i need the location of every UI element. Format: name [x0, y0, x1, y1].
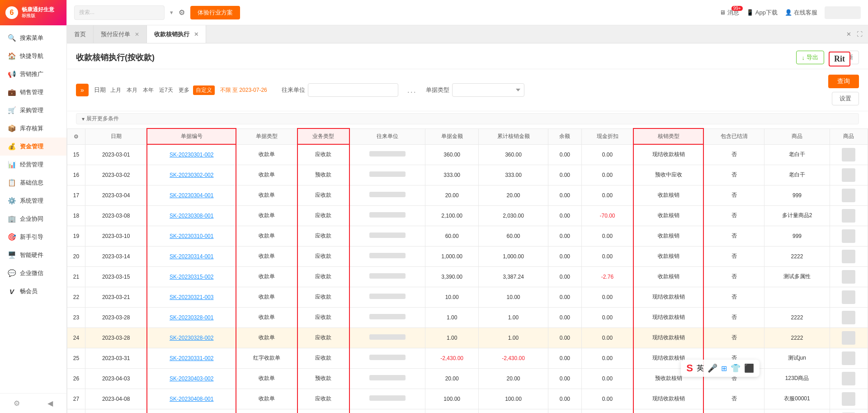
- td-amount: 3,390.00: [425, 266, 478, 287]
- td-cum-cancel: 60.00: [479, 226, 548, 246]
- th-settings[interactable]: ⚙: [67, 128, 85, 144]
- td-cash-discount: 0.00: [581, 246, 633, 266]
- page-title: 收款核销执行(按收款): [76, 52, 155, 63]
- sidebar-item-inventory[interactable]: 📦 库存核算: [0, 119, 66, 138]
- prepay-tab-close-icon[interactable]: ✕: [135, 31, 139, 38]
- more-date-btn[interactable]: 更多: [177, 85, 191, 95]
- sidebar-item-finance[interactable]: 💰 资金管理: [0, 138, 66, 156]
- bill-no-link[interactable]: SK-20230314-001: [170, 253, 213, 260]
- user-avatar-area[interactable]: [825, 6, 861, 19]
- wechat-icon: 💬: [7, 269, 16, 278]
- td-include-settled: 否: [703, 185, 764, 205]
- sidebar-item-guide[interactable]: 🎯 新手引导: [0, 228, 66, 246]
- sidebar-item-operation[interactable]: 📊 经营管理: [0, 156, 66, 174]
- td-biz-type: 应收款: [297, 246, 349, 266]
- tab-prepay[interactable]: 预付应付单 ✕: [94, 25, 147, 43]
- page-header: 收款核销执行(按收款) ↓ 导出 ↻ 刷新: [67, 43, 868, 69]
- bill-no-link[interactable]: SK-20230403-002: [170, 375, 213, 382]
- collect-tab-close-icon[interactable]: ✕: [194, 31, 198, 38]
- this-month-btn[interactable]: 本月: [125, 85, 139, 95]
- th-bill-type[interactable]: 单据类型: [236, 128, 297, 144]
- th-bill-no[interactable]: 单据编号: [147, 128, 236, 144]
- td-include-settled: 否: [703, 307, 764, 328]
- th-cum-cancel[interactable]: 累计核销金额: [479, 128, 548, 144]
- bill-no-link[interactable]: SK-20230315-002: [170, 274, 213, 280]
- th-partner[interactable]: 往来单位: [349, 128, 425, 144]
- td-bill-no: SK-20230310-001: [147, 226, 236, 246]
- custom-date-btn[interactable]: 自定义: [193, 85, 215, 95]
- tab-home[interactable]: 首页: [67, 25, 94, 43]
- sidebar-item-system[interactable]: ⚙️ 系统管理: [0, 192, 66, 210]
- export-button[interactable]: ↓ 导出: [796, 51, 825, 64]
- sidebar-item-marketing[interactable]: 📢 营销推广: [0, 65, 66, 83]
- settings-button[interactable]: 设置: [832, 92, 859, 105]
- bill-no-link[interactable]: SK-20230331-002: [170, 355, 213, 361]
- th-cancel-type[interactable]: 核销类型: [633, 128, 703, 144]
- dropdown-arrow-icon[interactable]: ▾: [170, 9, 173, 16]
- settings-bottom-icon[interactable]: ⚙: [14, 399, 20, 408]
- bill-no-link[interactable]: SK-20230308-001: [170, 213, 213, 219]
- bill-no-link[interactable]: SK-20230408-001: [170, 396, 213, 402]
- bill-no-link[interactable]: SK-20230301-002: [170, 152, 213, 158]
- td-amount: 1,000.00: [425, 246, 478, 266]
- td-bill-no: SK-20230302-002: [147, 165, 236, 185]
- topbar-search[interactable]: 搜索...: [74, 5, 165, 20]
- sidebar-item-member[interactable]: V 畅会员: [0, 282, 66, 300]
- gear-icon[interactable]: ⚙: [179, 8, 185, 17]
- th-cash-discount[interactable]: 现金折扣: [581, 128, 633, 144]
- th-include-settled[interactable]: 包含已结清: [703, 128, 764, 144]
- filter-expand-button[interactable]: »: [76, 84, 89, 96]
- th-product[interactable]: 商品: [764, 128, 830, 144]
- sidebar-item-wechat[interactable]: 💬 企业微信: [0, 264, 66, 282]
- voucher-type-select[interactable]: [452, 83, 524, 97]
- bill-no-link[interactable]: SK-20230310-001: [170, 233, 213, 239]
- td-product: 2222: [764, 246, 830, 266]
- th-biz-type[interactable]: 业务类型: [297, 128, 349, 144]
- collapse-icon[interactable]: ◀: [47, 399, 53, 408]
- td-product2: [830, 307, 868, 328]
- app-download[interactable]: 📱 App下载: [746, 9, 778, 17]
- sidebar-item-search[interactable]: 🔍 搜索菜单: [0, 29, 66, 47]
- th-amount[interactable]: 单据金额: [425, 128, 478, 144]
- th-date[interactable]: 日期: [85, 128, 147, 144]
- td-amount: 100.00: [425, 409, 478, 413]
- th-product2[interactable]: 商品: [830, 128, 868, 144]
- th-balance[interactable]: 余额: [548, 128, 581, 144]
- partner-input[interactable]: [308, 83, 398, 97]
- td-partner: [349, 246, 425, 266]
- sidebar-label-enterprise: 企业协同: [20, 215, 43, 223]
- td-bill-type: 收款单: [236, 307, 297, 328]
- close-tab-icon[interactable]: ✕: [846, 31, 851, 38]
- sidebar-item-sales[interactable]: 💼 销售管理: [0, 83, 66, 101]
- sidebar-item-purchase[interactable]: 🛒 采购管理: [0, 101, 66, 119]
- messages-badge[interactable]: 🖥 消息 99+: [720, 9, 739, 17]
- sidebar-label-member: 畅会员: [20, 287, 38, 295]
- bill-no-link[interactable]: SK-20230321-003: [170, 294, 213, 300]
- search-icon: 🔍: [7, 33, 16, 43]
- tab-collect[interactable]: 收款核销执行 ✕: [147, 25, 206, 43]
- maximize-icon[interactable]: ⛶: [857, 31, 863, 38]
- sidebar-item-enterprise[interactable]: 🏢 企业协同: [0, 210, 66, 228]
- solution-button[interactable]: 体验行业方案: [190, 6, 240, 19]
- td-date: 2023-03-31: [85, 348, 147, 368]
- table-row: 17 2023-03-04 SK-20230304-001 收款单 应收款 20…: [67, 185, 868, 205]
- td-cum-cancel: -2,430.00: [479, 348, 548, 368]
- last-month-btn[interactable]: 上月: [108, 85, 123, 95]
- bill-no-link[interactable]: SK-20230328-001: [170, 314, 213, 321]
- sidebar-item-shortcut[interactable]: 🏠 快捷导航: [0, 47, 66, 65]
- sidebar-item-base[interactable]: 📋 基础信息: [0, 174, 66, 192]
- online-service[interactable]: 👤 在线客服: [785, 9, 817, 17]
- td-product2: [830, 144, 868, 165]
- td-biz-type: 应收款: [297, 409, 349, 413]
- this-year-btn[interactable]: 本年: [141, 85, 156, 95]
- bill-no-link[interactable]: SK-20230328-002: [170, 335, 213, 341]
- last-7days-btn[interactable]: 近7天: [157, 85, 175, 95]
- bill-no-link[interactable]: SK-20230302-002: [170, 172, 213, 178]
- query-button[interactable]: 查询: [828, 75, 859, 88]
- message-icon: 🖥: [720, 9, 726, 16]
- sidebar-item-hardware[interactable]: 🖥️ 智能硬件: [0, 246, 66, 264]
- expand-more-button[interactable]: ▾ 展开更多条件: [76, 113, 859, 124]
- bill-no-link[interactable]: SK-20230304-001: [170, 192, 213, 199]
- sidebar: 6 畅康通好生意 标推版 🔍 搜索菜单 🏠 快捷导航 📢 营销推广 💼 销售管理…: [0, 0, 67, 413]
- td-no: 24: [67, 328, 85, 348]
